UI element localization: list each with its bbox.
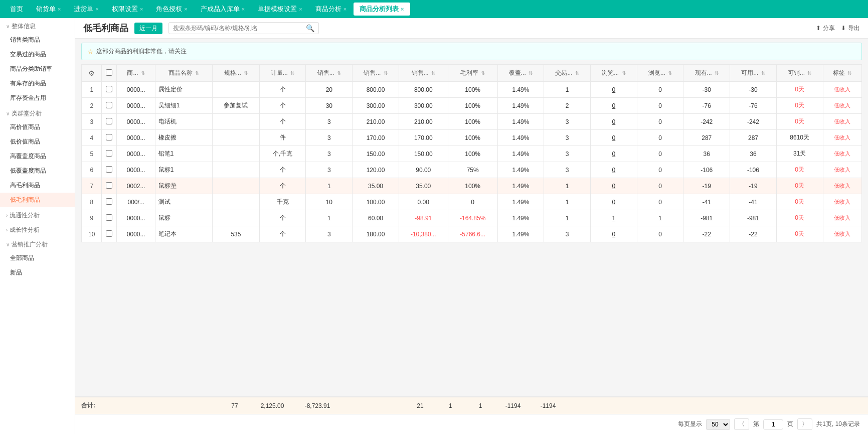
sidebar-group-3[interactable]: › 成长性分析 (0, 222, 75, 236)
sidebar-item-低价值商品[interactable]: 低价值商品 (0, 134, 75, 149)
row-sale-qty: 1 (306, 210, 353, 226)
row-view1[interactable]: 0 (591, 162, 637, 178)
export-button[interactable]: ⬇ 导出 (841, 24, 860, 33)
row-checkbox[interactable] (102, 146, 117, 162)
row-name: 笔记本 (155, 226, 212, 242)
sidebar-group-0[interactable]: ∨ 整体信息 (0, 18, 75, 33)
sidebar-item-高毛利商品[interactable]: 高毛利商品 (0, 178, 75, 193)
row-checkbox-input[interactable] (106, 166, 112, 173)
row-view1[interactable]: 0 (591, 194, 637, 210)
next-page-button[interactable]: 〉 (797, 418, 812, 430)
sidebar-item-低毛利商品[interactable]: 低毛利商品 (0, 193, 75, 207)
close-icon[interactable]: × (242, 6, 245, 12)
row-checkbox-input[interactable] (106, 182, 112, 189)
sidebar-group-2[interactable]: › 流通性分析 (0, 207, 75, 222)
close-icon[interactable]: × (401, 6, 404, 12)
row-checkbox[interactable] (102, 114, 117, 130)
period-button[interactable]: 近一月 (134, 23, 162, 34)
row-checkbox-input[interactable] (106, 150, 112, 157)
sidebar-item-高价值商品[interactable]: 高价值商品 (0, 120, 75, 134)
row-checkbox[interactable] (102, 98, 117, 114)
col-trade[interactable]: 交易... ⇅ (544, 65, 591, 82)
col-code[interactable]: 商... ⇅ (117, 65, 155, 82)
row-checkbox-input[interactable] (106, 134, 112, 140)
col-sale-price[interactable]: 销售... ⇅ (353, 65, 399, 82)
row-view1[interactable]: 0 (591, 226, 637, 242)
row-view2: 0 (637, 194, 683, 210)
close-icon[interactable]: × (343, 6, 346, 12)
row-checkbox[interactable] (102, 210, 117, 226)
row-view1[interactable]: 1 (591, 210, 637, 226)
row-view1[interactable]: 0 (591, 178, 637, 194)
sidebar-item-库存资金占用[interactable]: 库存资金占用 (0, 91, 75, 105)
nav-item-单据模板设置[interactable]: 单据模板设置× (252, 3, 308, 16)
row-checkbox[interactable] (102, 226, 117, 242)
row-checkbox-input[interactable] (106, 102, 112, 108)
col-tag[interactable]: 标签 ⇅ (823, 65, 861, 82)
page-input[interactable] (763, 419, 783, 429)
row-checkbox[interactable] (102, 162, 117, 178)
nav-item-首页[interactable]: 首页 (4, 3, 29, 16)
row-checkbox-input[interactable] (106, 214, 112, 221)
row-view1[interactable]: 0 (591, 98, 637, 114)
sidebar-item-交易过的商品[interactable]: 交易过的商品 (0, 47, 75, 62)
col-stock[interactable]: 现有... ⇅ (683, 65, 730, 82)
sidebar-item-有库存的商品[interactable]: 有库存的商品 (0, 76, 75, 91)
gear-icon[interactable]: ⚙ (88, 69, 95, 77)
close-icon[interactable]: × (58, 6, 61, 12)
sidebar-group-1[interactable]: ∨ 类群堂分析 (0, 105, 75, 120)
row-stock: -22 (683, 226, 730, 242)
col-sale-amount[interactable]: 销售... ⇅ (399, 65, 448, 82)
row-view1[interactable]: 0 (591, 146, 637, 162)
row-checkbox-input[interactable] (106, 118, 112, 124)
close-icon[interactable]: × (299, 6, 302, 12)
close-icon[interactable]: × (184, 6, 187, 12)
row-checkbox-input[interactable] (106, 86, 112, 92)
col-coverage[interactable]: 覆盖... ⇅ (497, 65, 544, 82)
share-button[interactable]: ⬆ 分享 (816, 24, 835, 33)
col-sale-qty[interactable]: 销售... ⇅ (306, 65, 353, 82)
close-icon[interactable]: × (95, 6, 98, 12)
sidebar-item-高覆盖度商品[interactable]: 高覆盖度商品 (0, 149, 75, 164)
row-view1[interactable]: 0 (591, 130, 637, 146)
sidebar-item-全部商品[interactable]: 全部商品 (0, 251, 75, 265)
col-gross-rate[interactable]: 毛利率 ⇅ (448, 65, 497, 82)
nav-item-权限设置[interactable]: 权限设置× (106, 3, 149, 16)
row-spec: 参加复试 (213, 98, 260, 114)
prev-page-button[interactable]: 〈 (734, 418, 749, 430)
row-checkbox[interactable] (102, 194, 117, 210)
close-icon[interactable]: × (140, 6, 143, 12)
nav-item-商品分析[interactable]: 商品分析× (309, 3, 353, 16)
nav-item-销货单[interactable]: 销货单× (30, 3, 67, 16)
sidebar-item-商品分类助销率[interactable]: 商品分类助销率 (0, 62, 75, 76)
nav-item-商品分析列表[interactable]: 商品分析列表× (354, 3, 410, 16)
row-checkbox[interactable] (102, 130, 117, 146)
col-available[interactable]: 可用... ⇅ (730, 65, 777, 82)
col-name[interactable]: 商品名称 ⇅ (155, 65, 212, 82)
sidebar-item-低覆盖度商品[interactable]: 低覆盖度商品 (0, 164, 75, 178)
sidebar-item-新品[interactable]: 新品 (0, 265, 75, 280)
search-box[interactable]: 🔍 (168, 22, 319, 34)
page-size-select[interactable]: 50 (706, 419, 730, 430)
col-unit[interactable]: 计量... ⇅ (259, 65, 306, 82)
row-view1[interactable]: 0 (591, 82, 637, 98)
row-coverage: 1.49% (497, 114, 544, 130)
row-view1[interactable]: 0 (591, 114, 637, 130)
col-saleable[interactable]: 可销... ⇅ (776, 65, 823, 82)
nav-item-角色授权[interactable]: 角色授权× (150, 3, 193, 16)
nav-item-进货单[interactable]: 进货单× (68, 3, 104, 16)
col-gear[interactable]: ⚙ (82, 65, 102, 82)
col-view1[interactable]: 浏览... ⇅ (591, 65, 637, 82)
row-checkbox-input[interactable] (106, 230, 112, 237)
search-input[interactable] (173, 25, 306, 32)
nav-item-产成品入库单[interactable]: 产成品入库单× (195, 3, 251, 16)
row-checkbox-input[interactable] (106, 198, 112, 205)
row-saleable: 0天 (776, 178, 823, 194)
sidebar-group-4[interactable]: ∨ 营销推广分析 (0, 236, 75, 251)
select-all-checkbox[interactable] (106, 69, 112, 76)
col-spec[interactable]: 规格... ⇅ (213, 65, 260, 82)
row-checkbox[interactable] (102, 178, 117, 194)
sidebar-item-销售类商品[interactable]: 销售类商品 (0, 33, 75, 47)
col-view2[interactable]: 浏览... ⇅ (637, 65, 683, 82)
row-checkbox[interactable] (102, 82, 117, 98)
